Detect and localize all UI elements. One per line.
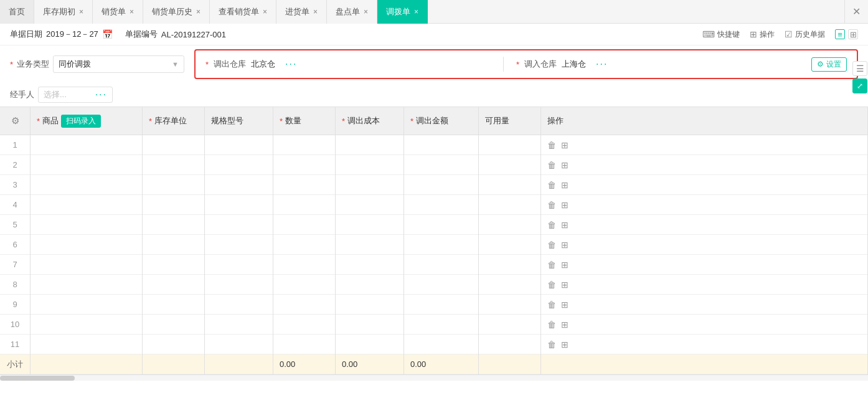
copy-icon[interactable]: ⊞ [561,300,568,310]
handler-input[interactable]: 选择... ··· [38,87,113,103]
row-amount[interactable] [404,235,479,255]
row-avail[interactable] [479,195,541,215]
tab-purchase-order[interactable]: 进货单 × [276,0,327,24]
row-spec[interactable] [205,315,273,335]
row-product[interactable] [31,155,143,175]
row-qty[interactable] [273,335,336,355]
copy-icon[interactable]: ⊞ [561,260,568,270]
row-amount[interactable] [404,215,479,235]
row-amount[interactable] [404,195,479,215]
delete-icon[interactable]: 🗑 [547,240,556,250]
delete-icon[interactable]: 🗑 [547,160,556,170]
row-unit[interactable] [143,235,205,255]
delete-icon[interactable]: 🗑 [547,340,556,350]
copy-icon[interactable]: ⊞ [561,280,568,290]
row-spec[interactable] [205,215,273,235]
row-avail[interactable] [479,235,541,255]
row-product[interactable] [31,275,143,295]
row-unit[interactable] [143,315,205,335]
tab-sales-history[interactable]: 销货单历史 × [143,0,210,24]
row-spec[interactable] [205,335,273,355]
delete-icon[interactable]: 🗑 [547,300,556,310]
row-cost[interactable] [336,295,404,315]
row-spec[interactable] [205,155,273,175]
row-qty[interactable] [273,215,336,235]
delete-icon[interactable]: 🗑 [547,180,556,190]
tab-close-stock-take[interactable]: × [364,7,368,16]
row-qty[interactable] [273,235,336,255]
settings-button[interactable]: ⚙ 设置 [811,57,847,72]
th-gear-icon[interactable]: ⚙ [6,112,24,130]
tab-transfer[interactable]: 调拨单 × [377,0,428,24]
delete-icon[interactable]: 🗑 [547,200,556,210]
business-type-dropdown[interactable]: 同价调拨 ▼ [53,55,184,73]
row-avail[interactable] [479,255,541,275]
copy-icon[interactable]: ⊞ [561,140,568,150]
tab-view-sales[interactable]: 查看销货单 × [210,0,276,24]
row-unit[interactable] [143,195,205,215]
row-unit[interactable] [143,295,205,315]
calendar-icon[interactable]: 📅 [102,29,113,39]
delete-icon[interactable]: 🗑 [547,220,556,230]
row-spec[interactable] [205,295,273,315]
row-product[interactable] [31,295,143,315]
row-avail[interactable] [479,295,541,315]
shortcut-button[interactable]: ⌨ 快捷键 [702,29,740,40]
row-unit[interactable] [143,335,205,355]
row-spec[interactable] [205,275,273,295]
handler-more-icon[interactable]: ··· [95,89,107,100]
copy-icon[interactable]: ⊞ [561,220,568,230]
delete-icon[interactable]: 🗑 [547,260,556,270]
tab-inventory-init[interactable]: 库存期初 × [34,0,93,24]
history-button[interactable]: ☑ 历史单据 [785,29,825,40]
row-unit[interactable] [143,175,205,195]
row-amount[interactable] [404,175,479,195]
tab-close-purchase-order[interactable]: × [313,7,318,16]
row-cost[interactable] [336,195,404,215]
copy-icon[interactable]: ⊞ [561,240,568,250]
warehouse-in-more[interactable]: ··· [596,59,608,70]
layout-list-icon[interactable]: ≡ [835,29,845,39]
row-unit[interactable] [143,255,205,275]
row-cost[interactable] [336,335,404,355]
row-amount[interactable] [404,275,479,295]
copy-icon[interactable]: ⊞ [561,340,568,350]
row-unit[interactable] [143,155,205,175]
row-amount[interactable] [404,295,479,315]
tab-close-view-sales[interactable]: × [263,7,267,16]
bottom-scrollbar[interactable] [0,374,868,381]
row-product[interactable] [31,315,143,335]
row-cost[interactable] [336,255,404,275]
row-qty[interactable] [273,135,336,155]
row-product[interactable] [31,195,143,215]
row-unit[interactable] [143,275,205,295]
row-qty[interactable] [273,275,336,295]
row-cost[interactable] [336,315,404,335]
tab-close-sales-history[interactable]: × [196,7,200,16]
row-qty[interactable] [273,195,336,215]
row-product[interactable] [31,215,143,235]
row-qty[interactable] [273,155,336,175]
tab-home[interactable]: 首页 [0,0,34,24]
row-spec[interactable] [205,175,273,195]
row-qty[interactable] [273,255,336,275]
row-cost[interactable] [336,175,404,195]
row-avail[interactable] [479,335,541,355]
row-spec[interactable] [205,195,273,215]
tab-close-inventory-init[interactable]: × [79,7,83,16]
operation-button[interactable]: ⊞ 操作 [750,29,775,40]
tab-stock-take[interactable]: 盘点单 × [327,0,377,24]
row-qty[interactable] [273,295,336,315]
delete-icon[interactable]: 🗑 [547,140,556,150]
row-unit[interactable] [143,215,205,235]
copy-icon[interactable]: ⊞ [561,160,568,170]
row-amount[interactable] [404,135,479,155]
row-avail[interactable] [479,155,541,175]
row-product[interactable] [31,175,143,195]
row-unit[interactable] [143,135,205,155]
row-cost[interactable] [336,235,404,255]
row-avail[interactable] [479,215,541,235]
sidebar-expand-icon[interactable]: ⤢ [852,79,867,93]
copy-icon[interactable]: ⊞ [561,320,568,330]
copy-icon[interactable]: ⊞ [561,180,568,190]
